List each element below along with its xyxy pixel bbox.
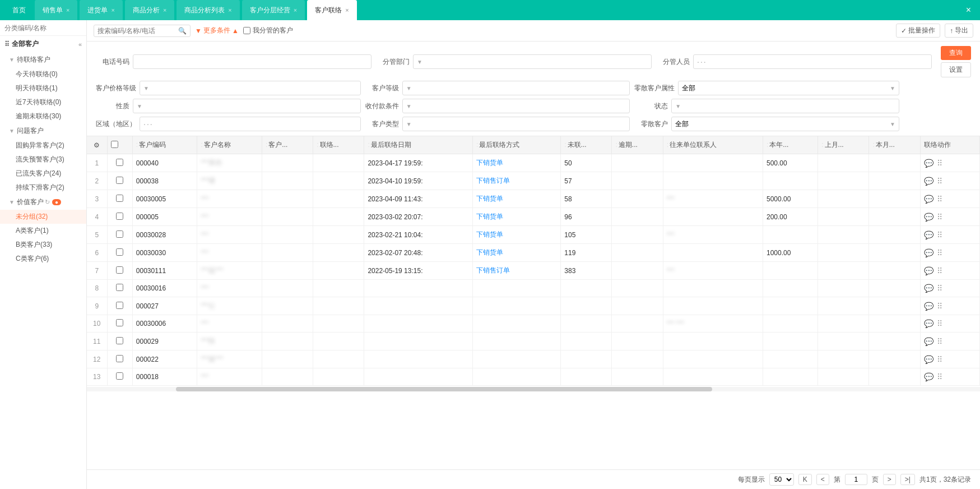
sidebar-item-b[interactable]: B类客户(33) <box>0 238 86 252</box>
last-method-link[interactable]: 下销货单 <box>476 248 503 256</box>
contact-icon[interactable]: 💬 <box>924 248 933 257</box>
sidebar-item-abnormal[interactable]: 固购异常客户(2) <box>0 139 86 153</box>
contact-icon[interactable]: 💬 <box>924 159 933 168</box>
tab-purchase[interactable]: 进货单 × <box>80 0 122 20</box>
tab-customer-contact[interactable]: 客户联络 × <box>307 0 356 20</box>
row-select-checkbox[interactable] <box>116 248 123 256</box>
query-btn[interactable]: 查询 <box>941 46 971 60</box>
customer-level-select[interactable]: ▼ <box>402 81 630 95</box>
prev-page-btn[interactable]: < <box>816 474 829 485</box>
row-select-checkbox[interactable] <box>116 284 123 291</box>
col-settings[interactable]: ⚙ <box>87 136 107 154</box>
status-select[interactable]: ▼ <box>671 99 899 113</box>
last-method-link[interactable]: 下销货单 <box>476 159 503 167</box>
row-select-checkbox[interactable] <box>116 213 123 220</box>
more-icon[interactable]: ⠿ <box>937 195 942 204</box>
price-level-select[interactable]: ▼ <box>140 81 361 95</box>
page-number-input[interactable] <box>845 474 867 485</box>
contact-icon[interactable]: 💬 <box>924 213 933 222</box>
tab-analysis[interactable]: 商品分析 × <box>125 0 174 20</box>
more-icon[interactable]: ⠿ <box>937 355 942 364</box>
select-all-checkbox[interactable] <box>111 141 118 148</box>
region-input[interactable]: ··· <box>140 117 361 131</box>
retail-customer-select[interactable]: 全部 ▼ <box>671 117 899 131</box>
filter-search-input[interactable] <box>97 27 176 35</box>
row-select-checkbox[interactable] <box>116 337 123 344</box>
tab-analysis-close[interactable]: × <box>163 7 166 13</box>
last-method-link[interactable]: 下销货单 <box>476 213 503 220</box>
more-icon[interactable]: ⠿ <box>937 177 942 186</box>
scrollbar-thumb[interactable] <box>176 387 712 391</box>
more-icon[interactable]: ⠿ <box>937 248 942 257</box>
tab-purchase-close[interactable]: × <box>111 7 114 13</box>
more-icon[interactable]: ⠿ <box>937 213 942 222</box>
more-conditions-btn[interactable]: ▼ 更多条件 ▲ <box>195 26 239 35</box>
contact-icon[interactable]: 💬 <box>924 319 933 328</box>
contact-icon[interactable]: 💬 <box>924 230 933 239</box>
row-select-checkbox[interactable] <box>116 266 123 274</box>
contact-icon[interactable]: 💬 <box>924 372 933 381</box>
last-method-link[interactable]: 下销货单 <box>476 230 503 238</box>
manager-input[interactable]: ··· <box>693 54 932 69</box>
more-icon[interactable]: ⠿ <box>937 159 942 168</box>
row-select-checkbox[interactable] <box>116 302 123 309</box>
value-customer-group[interactable]: ▼ 价值客户 ↻ ● <box>0 195 86 210</box>
sidebar-item-near7[interactable]: 近7天待联络(0) <box>0 95 86 109</box>
last-page-btn[interactable]: >| <box>900 474 915 485</box>
payment-select[interactable]: ▼ <box>402 99 630 113</box>
contact-icon[interactable]: 💬 <box>924 195 933 204</box>
sidebar-item-lost[interactable]: 已流失客户(24) <box>0 167 86 181</box>
tab-sales-close[interactable]: × <box>66 7 69 13</box>
row-select-checkbox[interactable] <box>116 230 123 238</box>
horizontal-scrollbar[interactable] <box>87 387 980 391</box>
retail-attr-select[interactable]: 全部 ▼ <box>678 81 899 95</box>
more-icon[interactable]: ⠿ <box>937 337 942 346</box>
contact-icon[interactable]: 💬 <box>924 266 933 275</box>
more-icon[interactable]: ⠿ <box>937 266 942 275</box>
customer-type-select[interactable]: ▼ <box>402 117 630 131</box>
tab-customer-segment[interactable]: 客户分层经营 × <box>242 0 305 20</box>
tab-analysis-list[interactable]: 商品分析列表 × <box>177 0 239 20</box>
contact-icon[interactable]: 💬 <box>924 337 933 346</box>
sidebar-item-a[interactable]: A类客户(1) <box>0 224 86 238</box>
my-customers-checkbox[interactable]: 我分管的客户 <box>243 26 293 35</box>
row-select-checkbox[interactable] <box>116 159 123 166</box>
sidebar-item-churn[interactable]: 流失预警客户(3) <box>0 153 86 167</box>
sidebar-item-today[interactable]: 今天待联络(0) <box>0 67 86 81</box>
next-page-btn[interactable]: > <box>883 474 896 485</box>
collapse-icon[interactable]: « <box>78 41 82 48</box>
phone-input[interactable] <box>133 54 371 69</box>
sidebar-item-tomorrow[interactable]: 明天待联络(1) <box>0 81 86 95</box>
all-customers-header[interactable]: ⠿ 全部客户 « <box>0 36 86 52</box>
more-icon[interactable]: ⠿ <box>937 372 942 381</box>
last-method-link[interactable]: 下销货单 <box>476 195 503 202</box>
reset-btn[interactable]: 设置 <box>941 62 971 77</box>
contact-icon[interactable]: 💬 <box>924 355 933 364</box>
row-select-checkbox[interactable] <box>116 177 123 184</box>
dept-select[interactable]: ▼ <box>413 54 652 69</box>
row-select-checkbox[interactable] <box>116 355 123 362</box>
page-size-select[interactable]: 50 <box>769 473 794 486</box>
tab-customer-contact-close[interactable]: × <box>345 7 349 13</box>
tab-home[interactable]: 首页 <box>4 0 34 20</box>
tab-sales[interactable]: 销售单 × <box>35 0 77 20</box>
contact-icon[interactable]: 💬 <box>924 302 933 311</box>
more-icon[interactable]: ⠿ <box>937 284 942 293</box>
more-icon[interactable]: ⠿ <box>937 302 942 311</box>
first-page-btn[interactable]: K <box>798 474 812 485</box>
sidebar-search-input[interactable] <box>4 24 87 32</box>
tab-analysis-list-close[interactable]: × <box>228 7 231 13</box>
sidebar-item-overdue[interactable]: 逾期未联络(30) <box>0 109 86 123</box>
more-icon[interactable]: ⠿ <box>937 230 942 239</box>
last-method-link[interactable]: 下销售订单 <box>476 177 510 184</box>
tab-customer-segment-close[interactable]: × <box>294 7 297 13</box>
row-select-checkbox[interactable] <box>116 372 123 380</box>
waiting-contact-group[interactable]: ▼ 待联络客户 <box>0 52 86 67</box>
more-icon[interactable]: ⠿ <box>937 319 942 328</box>
window-close-btn[interactable]: × <box>962 5 976 15</box>
row-select-checkbox[interactable] <box>116 319 123 326</box>
batch-ops-btn[interactable]: ✓ 批量操作 <box>896 24 940 38</box>
problem-customer-group[interactable]: ▼ 问题客户 <box>0 123 86 139</box>
contact-icon[interactable]: 💬 <box>924 177 933 186</box>
sidebar-item-unclassified[interactable]: 未分组(32) <box>0 210 86 224</box>
